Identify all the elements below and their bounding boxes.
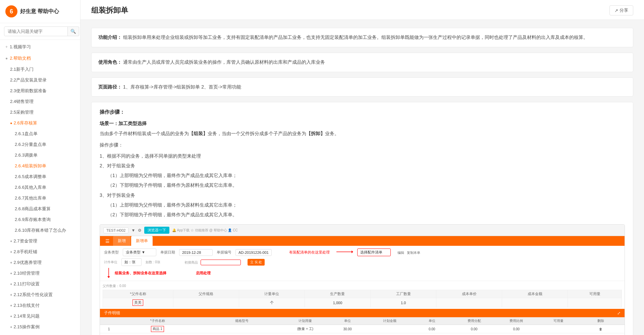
annotation-row: 组装业务、拆卸业务在这里选择 启用处理 — [104, 268, 621, 278]
search-box[interactable]: 🔍 — [0, 23, 80, 40]
row1-plan-qty: (数量 + 工) — [284, 327, 326, 331]
tab-new[interactable]: 新增 — [113, 236, 130, 246]
sidebar-item-finance[interactable]: + 2.7资金管理 — [0, 236, 80, 246]
form-row-1: 业务类型 业务类型 ▼ 单据日期 2019-12-28 单据编号 AD-2019… — [104, 248, 621, 256]
search-input[interactable] — [4, 26, 68, 36]
date-input[interactable]: 2019-12-28 — [179, 249, 213, 256]
steps-list: 1、根据不同的业务，选择不同单据的类型来处理 2、对于组装业务 （1）上部明细为… — [100, 152, 625, 219]
th-available: 可用量 — [568, 290, 622, 298]
col-plan-qty: 计划用量 — [284, 319, 326, 323]
sidebar-item-docs-label: 2.帮助文档 — [10, 55, 31, 61]
search-button[interactable]: 🔍 — [68, 26, 79, 36]
plus-icon-coupon: + — [10, 261, 12, 265]
arrow2-svg — [105, 268, 112, 278]
sidebar-item-new[interactable]: 2.1新手入门 — [0, 64, 80, 75]
sidebar-item-stock-error[interactable]: 2.6.10库存账本错了怎么办 — [0, 225, 80, 236]
type-input[interactable]: 业务类型 ▼ — [123, 248, 156, 256]
config-input[interactable]: 选择配件清单 — [357, 248, 391, 256]
apply-button[interactable]: 立 实 处 — [248, 259, 265, 266]
sidebar-item-cases[interactable]: + 2.15操作案例 — [0, 322, 80, 332]
copy-btn[interactable]: 复制本单 — [407, 251, 420, 255]
sidebar-item-partial[interactable]: 2.6.2分量盘点单 — [0, 139, 80, 150]
sidebar-item-operation[interactable]: + 2.10经营管理 — [0, 268, 80, 279]
plus-icon-system: + — [10, 293, 12, 297]
teal-button[interactable]: 浏览器一下 — [144, 227, 169, 234]
step2-sub1: （1）上部明细为父件明细，最终作为产成品生成其它入库单； — [108, 171, 625, 180]
sidebar-item-stocktake-label: 2.6.1盘点单 — [15, 131, 38, 137]
tab-new-order[interactable]: 新增单 — [131, 236, 153, 246]
apply-btn[interactable]: 立 实 处 — [248, 259, 265, 266]
plus-icon-operation: + — [10, 271, 12, 275]
sidebar-item-assembly[interactable]: 2.6.4组装拆卸单 — [0, 161, 80, 171]
sidebar-item-coupon[interactable]: + 2.9优惠券管理 — [0, 257, 80, 268]
sidebar-item-print[interactable]: + 2.11打印设置 — [0, 279, 80, 289]
date-label: 单据日期 — [160, 250, 175, 255]
sidebar-item-goods-cost[interactable]: 2.6.8商品成本重算 — [0, 204, 80, 214]
path-block: 页面路径： 1、库存核算->库存管理->组装拆卸单 2、首页->常用功能 — [91, 77, 633, 97]
bottom-row-2: 2 商品 2 (数量 + 工) 30.00 0.00 0.00 0.00 🗑 — [100, 333, 625, 335]
order-input[interactable]: AD-20191226-001 — [235, 249, 272, 256]
sidebar-item-install[interactable]: 2.2产品安装及登录 — [0, 75, 80, 86]
unit-input[interactable]: 如：张 — [121, 258, 142, 266]
sidebar-item-cost[interactable]: 2.6.5成本调整单 — [0, 171, 80, 182]
role-block: 使用角色： 通常由生产人员或库管人员完成拆装业务的操作，库管人员确认原材料的出库… — [91, 53, 633, 72]
sidebar-item-faq[interactable]: + 2.14常见问题 — [0, 311, 80, 322]
nav-section: + 1.视频学习 ● 2.帮助文档 2.1新手入门 2.2产品安装及登录 2.3… — [0, 40, 80, 334]
row1-actual-unit: 0.00 — [411, 327, 453, 331]
circle-icon-inventory: ● — [10, 121, 12, 125]
share-button[interactable]: ↗ 分享 — [609, 5, 633, 15]
steps-title: 操作步骤： — [100, 109, 625, 115]
sidebar-item-goods-cost-label: 2.6.8商品成本重算 — [15, 206, 51, 212]
td-parent-spec — [173, 298, 239, 308]
sidebar-item-payment[interactable]: + 2.13在线支付 — [0, 300, 80, 311]
sidebar-item-data-label: 2.3使用前数据准备 — [10, 88, 47, 94]
plus-icon-cases: + — [10, 325, 12, 329]
plus-icon-print: + — [10, 282, 12, 286]
circle-icon-docs: ● — [5, 56, 8, 61]
sidebar-item-purchase[interactable]: 2.5采购管理 — [0, 107, 80, 118]
sidebar-item-system[interactable]: + 2.12系统个性化设置 — [0, 289, 80, 300]
sidebar-item-docs[interactable]: ● 2.帮助文档 — [0, 53, 80, 64]
main-panel: 组装拆卸单 ↗ 分享 功能介绍： 组装拆卸单用来处理企业组装或拆卸等加工业务，支… — [80, 0, 644, 335]
row1-num: 1 — [103, 327, 115, 331]
settings-icon: ⚙ — [138, 228, 142, 233]
col-child-name: *子件名称 — [115, 319, 200, 323]
sidebar-item-stock-check-label: 2.6.9库存账本查询 — [15, 217, 51, 223]
unit-label: 计件单位 — [104, 260, 117, 265]
col-actual-unit: 单位 — [411, 319, 453, 323]
td-unit: 个 — [239, 298, 305, 308]
sidebar-item-other-out[interactable]: 2.6.7其他出库单 — [0, 193, 80, 204]
sidebar-item-mobile[interactable]: + 2.8手机旺铺 — [0, 246, 80, 257]
test-badge: TEST-H002 — [103, 227, 128, 233]
td-parent-name: 关关 — [103, 298, 173, 308]
sidebar-item-finance-label: 2.7资金管理 — [13, 238, 37, 244]
type-label: 业务类型 — [104, 250, 119, 255]
sidebar-item-stock-error-label: 2.6.10库存账本错了怎么办 — [15, 227, 66, 233]
sidebar-item-stocktake[interactable]: 2.6.1盘点单 — [0, 128, 80, 139]
form-area: 业务类型 业务类型 ▼ 单据日期 2019-12-28 单据编号 AD-2019… — [100, 246, 625, 281]
page-title: 组装拆卸单 — [91, 5, 128, 15]
row1-name-val: 商品 1 — [151, 326, 164, 332]
sidebar-item-adjust[interactable]: 2.6.3调拨单 — [0, 150, 80, 161]
sidebar-item-new-label: 2.1新手入门 — [10, 66, 34, 72]
step2-sub2: （2）下部明细为子件明细，最终作为原材料生成其它出库单。 — [108, 181, 625, 189]
edit-btn[interactable]: 编辑 — [397, 251, 404, 255]
main-content-block: 操作步骤： 场景一：加工类型选择 当由多个子件材料组装成一个成品的业务为【组装】… — [91, 102, 633, 335]
sidebar-item-other-in[interactable]: 2.6.6其他入库单 — [0, 182, 80, 193]
sidebar-item-data[interactable]: 2.3使用前数据准备 — [0, 86, 80, 96]
search-goods-input[interactable] — [201, 260, 241, 265]
sidebar-item-video[interactable]: + 1.视频学习 — [0, 41, 80, 53]
scenario1-title: 场景一：加工类型选择 — [100, 121, 625, 127]
sidebar-item-sales[interactable]: 2.4销售管理 — [0, 96, 80, 107]
form-row-2: 计件单位 如：张 如数 : 0张 初搜商品 立 实 处 — [104, 258, 621, 266]
sidebar-item-inventory[interactable]: ● 2.6库存核算 — [0, 118, 80, 128]
th-cost-price: 成本单价 — [436, 290, 502, 298]
row1-del: 🗑 — [580, 327, 622, 331]
intro-text: 组装拆卸单用来处理企业组装或拆卸等加工业务，支持有固定装配清单的产品加工业务，也… — [123, 35, 588, 40]
sidebar-item-stock-check[interactable]: 2.6.9库存账本查询 — [0, 214, 80, 225]
action-btns: 编辑 复制本单 — [397, 249, 420, 255]
top-table-label: 父件数量：0.00 — [103, 282, 622, 290]
plus-icon-finance: + — [10, 239, 12, 243]
orange-tab-bar: ☰ 新增 新增单 — [100, 236, 625, 246]
step3-subs: （1）上部明细为父件明细，最终作为原材料生成其它出库单； （2）下部明细为子件明… — [100, 201, 625, 219]
